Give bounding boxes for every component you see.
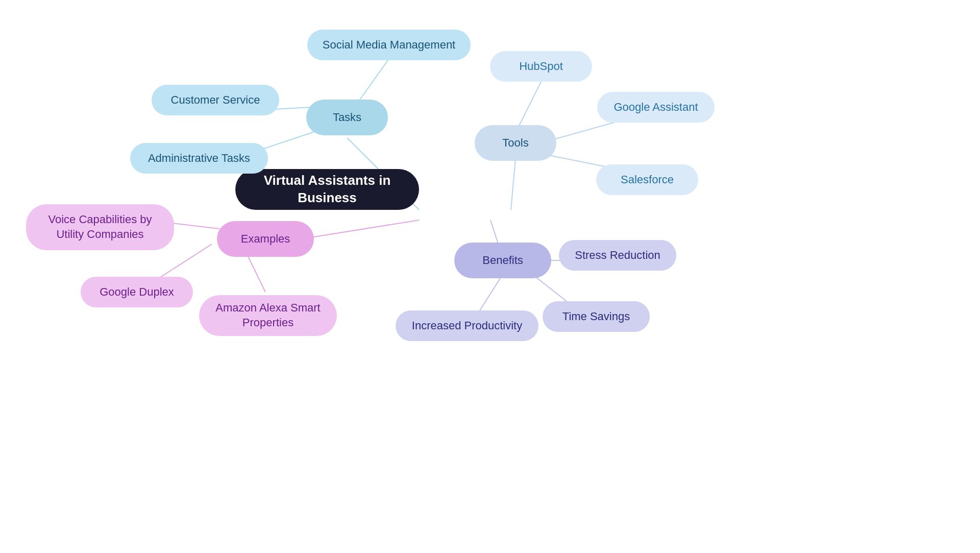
svg-line-10 [153,244,212,282]
increased-productivity-node: Increased Productivity [396,310,538,341]
tasks-node: Tasks [306,100,388,135]
salesforce-node: Salesforce [596,164,698,195]
svg-line-8 [301,220,419,239]
center-node: Virtual Assistants in Business [235,169,419,210]
google-assistant-node: Google Assistant [597,92,715,123]
hubspot-node: HubSpot [490,51,592,82]
stress-reduction-node: Stress Reduction [559,240,676,271]
amazon-alexa-node: Amazon Alexa Smart Properties [199,295,337,336]
examples-node: Examples [217,221,314,257]
voice-capabilities-node: Voice Capabilities by Utility Companies [26,204,174,250]
administrative-tasks-node: Administrative Tasks [130,143,268,174]
tools-node: Tools [475,125,556,161]
svg-line-14 [480,278,500,310]
customer-service-node: Customer Service [152,85,279,115]
google-duplex-node: Google Duplex [81,277,193,307]
time-savings-node: Time Savings [543,301,650,332]
benefits-node: Benefits [454,243,551,278]
social-media-management-node: Social Media Management [307,30,471,60]
svg-line-4 [511,158,516,210]
